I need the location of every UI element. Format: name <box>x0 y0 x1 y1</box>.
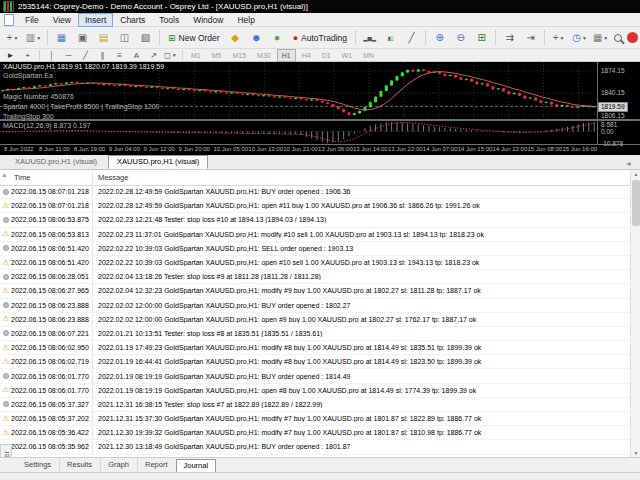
tester-tab-graph[interactable]: Graph <box>100 458 137 472</box>
zoom-in-icon[interactable]: ⊕ <box>429 28 450 47</box>
scroll-down-icon[interactable]: ▼ <box>631 450 640 456</box>
new-order-button[interactable]: ⊞New Order <box>163 29 225 46</box>
line-chart-icon[interactable]: ╱ <box>401 28 422 47</box>
chart-tab-1[interactable]: XAUUSD.pro,H1 (visual) <box>108 155 208 169</box>
periods-icon[interactable]: ◷▼ <box>569 28 590 47</box>
timeframe-h4[interactable]: H4 <box>297 49 316 62</box>
new-chart-icon-caret[interactable]: ▼ <box>13 35 18 41</box>
market-watch-icon[interactable]: ▦ <box>51 28 72 47</box>
journal-row[interactable]: ⚠2022.06.15 08:06:01.7702022.01.19 08:19… <box>0 384 630 398</box>
journal-scrollbar[interactable]: ▲ ▼ <box>630 170 640 457</box>
periods-icon-caret[interactable]: ▼ <box>582 35 587 41</box>
journal-row[interactable]: 2022.06.15 08:06:01.7702022.01.19 08:19:… <box>0 369 630 383</box>
strategy-tester-icon[interactable]: ▧ <box>135 28 156 47</box>
timeframe-m15[interactable]: M15 <box>227 49 251 62</box>
tester-tab-results[interactable]: Results <box>59 458 100 472</box>
journal-row[interactable]: 2022.06.15 08:07:01.2182022.02.28 12:49:… <box>0 185 630 199</box>
journal-row[interactable]: ⚠2022.06.15 08:05:37.2022021.12.31 15:37… <box>0 412 630 426</box>
price-chart[interactable] <box>0 62 597 119</box>
metaeditor-icon[interactable]: ◆ <box>225 28 246 47</box>
journal-row[interactable]: ⚠2022.06.15 08:07:01.2182022.02.28 12:49… <box>0 199 630 213</box>
menu-help[interactable]: Help <box>230 13 261 27</box>
journal-row[interactable]: ⚠2022.06.15 08:06:23.8882022.02.02 12:00… <box>0 313 630 327</box>
column-header-time[interactable]: Time <box>14 173 30 182</box>
journal-row[interactable]: 2022.06.15 08:06:23.8882022.02.02 12:00:… <box>0 299 630 313</box>
news-icon[interactable]: ● <box>267 28 288 47</box>
shapes-icon-caret[interactable]: ▼ <box>172 52 177 58</box>
journal-time: 2022.06.15 08:05:37.202 <box>11 415 91 422</box>
timeframe-mn[interactable]: MN <box>358 49 379 62</box>
notification-badge[interactable] <box>627 32 638 43</box>
tester-tab-report[interactable]: Report <box>137 458 176 472</box>
terminal-icon[interactable]: ◫ <box>114 28 135 47</box>
tester-close-icon[interactable]: × <box>2 172 7 180</box>
tile-windows-icon[interactable]: ⊞ <box>471 28 492 47</box>
scrollbar-thumb[interactable] <box>632 180 640 226</box>
journal-row[interactable]: ⚠2022.06.15 08:06:53.8132022.02.23 11:37… <box>0 228 630 242</box>
timeframe-d1[interactable]: D1 <box>317 49 336 62</box>
journal-row[interactable]: ⚠2022.06.15 08:06:51.4202022.02.22 10:39… <box>0 256 630 270</box>
channel-icon[interactable]: ∥ <box>94 49 111 62</box>
zoom-out-icon[interactable]: ⊖ <box>450 28 471 47</box>
timeframe-m1[interactable]: M1 <box>186 49 206 62</box>
journal-row[interactable]: 2022.06.15 08:05:37.3272021.12.31 16:38:… <box>0 398 630 412</box>
expert-advisors-icon[interactable]: ☻ <box>246 28 267 47</box>
chart-area[interactable]: XAUUSD.pro,H1 1819.91 1820.07 1819.39 18… <box>0 62 640 155</box>
autotrading-button[interactable]: ●AutoTrading <box>288 29 352 46</box>
timeframe-m30[interactable]: M30 <box>252 49 276 62</box>
trendline-icon[interactable]: ╱ <box>77 49 94 62</box>
tester-tab-settings[interactable]: Settings <box>16 458 59 472</box>
chart-tab-0[interactable]: XAUUSD.pro,H1 (visual) <box>6 155 106 169</box>
new-chart-icon[interactable]: +▼ <box>2 28 23 47</box>
journal-row[interactable]: ⚠2022.06.15 08:06:27.9652022.02.04 12:32… <box>0 284 630 298</box>
chart-shift-icon[interactable]: ⇥ <box>520 28 541 47</box>
timeframe-m5[interactable]: M5 <box>207 49 227 62</box>
column-header-message[interactable]: Message <box>98 173 128 182</box>
profiles-icon[interactable]: ▥▼ <box>23 28 44 47</box>
menu-tools[interactable]: Tools <box>152 13 186 27</box>
vertical-line-icon[interactable]: │ <box>43 49 60 62</box>
menu-file[interactable]: File <box>18 13 46 27</box>
fibonacci-icon[interactable]: ≡ <box>111 49 128 62</box>
menu-window[interactable]: Window <box>186 13 230 27</box>
navigator-icon[interactable]: ▤ <box>93 28 114 47</box>
horizontal-line-icon[interactable]: ─ <box>60 49 77 62</box>
text-label-icon[interactable]: ↗ <box>145 49 162 62</box>
journal-row[interactable]: 2022.06.15 08:06:53.8752022.02.23 12:21:… <box>0 213 630 227</box>
search-icon[interactable] <box>614 34 622 42</box>
timeframe-h1[interactable]: H1 <box>277 49 296 62</box>
journal-row[interactable]: ⚠2022.06.15 08:06:02.9502022.01.19 17:49… <box>0 341 630 355</box>
journal-row[interactable]: ⚠2022.06.15 08:05:36.4222021.12.30 19:39… <box>0 426 630 440</box>
cursor-icon[interactable]: ► <box>2 49 19 62</box>
journal-row[interactable]: ⚠2022.06.15 08:06:02.7192022.01.19 16:44… <box>0 355 630 369</box>
indicators-icon-caret[interactable]: ▼ <box>560 35 565 41</box>
journal-row[interactable]: 2022.06.15 08:06:07.2212022.01.21 10:13:… <box>0 327 630 341</box>
tester-tab-journal[interactable]: Journal <box>176 459 217 473</box>
journal-time: 2022.06.15 08:07:01.218 <box>11 202 91 209</box>
shapes-icon[interactable]: ◻▼ <box>162 49 179 62</box>
journal-row[interactable]: 2022.06.15 08:06:51.4202022.02.22 10:39:… <box>0 242 630 256</box>
journal-list[interactable]: 2022.06.15 08:07:01.2182022.02.28 12:49:… <box>0 185 630 457</box>
templates-icon[interactable]: ▦▼ <box>590 28 611 47</box>
journal-row[interactable]: 2022.06.15 08:06:28.0512022.02.04 13:18:… <box>0 270 630 284</box>
title-bar: 2535144: Osprey-Demo - Demo Account - Os… <box>0 0 640 13</box>
chart-window-icon[interactable] <box>4 14 14 26</box>
chart-ohlc-line: XAUUSD.pro,H1 1819.91 1820.07 1819.39 18… <box>3 63 164 70</box>
text-icon[interactable]: A <box>128 49 145 62</box>
menu-insert[interactable]: Insert <box>78 13 113 27</box>
data-window-icon[interactable]: ▣ <box>72 28 93 47</box>
scroll-up-icon[interactable]: ▲ <box>631 171 640 177</box>
candlestick-chart-icon[interactable]: ▮▯ <box>380 28 401 47</box>
journal-row[interactable]: 2022.06.15 08:05:35.9622021.12.30 13:18:… <box>0 440 630 454</box>
auto-scroll-icon[interactable]: ⇉ <box>499 28 520 47</box>
indicators-icon[interactable]: +▼ <box>548 28 569 47</box>
menu-charts[interactable]: Charts <box>113 13 152 27</box>
menu-view[interactable]: View <box>46 13 78 27</box>
tab-scroll-icon[interactable]: ◄ <box>625 160 632 169</box>
timeframe-w1[interactable]: W1 <box>337 49 358 62</box>
macd-axis-label: -10.878 <box>601 140 623 147</box>
crosshair-icon[interactable]: + <box>19 49 36 62</box>
templates-icon-caret[interactable]: ▼ <box>603 35 608 41</box>
profiles-icon-caret[interactable]: ▼ <box>36 35 41 41</box>
bar-chart-icon[interactable]: ▂▅▂ <box>359 28 380 47</box>
